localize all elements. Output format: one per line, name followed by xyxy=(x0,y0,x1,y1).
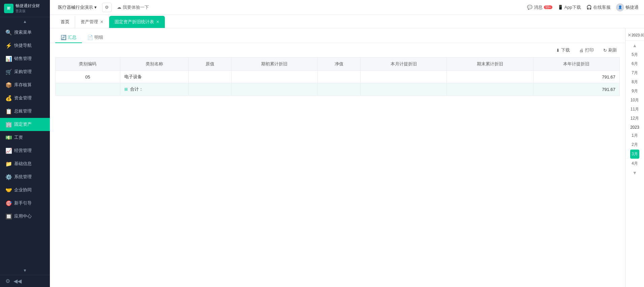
notifications-btn[interactable]: 💬 消息 99+ xyxy=(527,4,552,10)
tab-asset-mgmt[interactable]: 资产管理 ✕ xyxy=(75,16,109,28)
table-wrapper: 类别编码 类别名称 原值 期初累计折旧 净值 本月计提折旧 期末累计折旧 本年计… xyxy=(50,57,625,287)
download-btn[interactable]: ⬇ 下载 xyxy=(553,46,573,55)
month-item-10月[interactable]: 10月 xyxy=(629,96,640,105)
customer-service-btn[interactable]: 🎧 在线客服 xyxy=(586,4,611,10)
subtotal-annual-depreciation: 791.67 xyxy=(533,83,619,96)
sidebar-item-inventory[interactable]: 📦 库存核算 xyxy=(0,78,50,92)
tab-asset-close[interactable]: ✕ xyxy=(100,20,103,24)
sidebar: 财 畅捷通好业财 普及版 ▲ 🔍 搜索菜单 ⚡ 快捷导航 📊 销售管理 🛒 采购… xyxy=(0,0,50,287)
month-item-2023-2月[interactable]: 2月 xyxy=(629,140,641,149)
app-icon: 📱 xyxy=(558,5,563,10)
sidebar-item-ledger[interactable]: 📋 总账管理 xyxy=(0,105,50,118)
sidebar-settings-icon[interactable]: ⚙ xyxy=(5,278,10,284)
app-download-btn[interactable]: 📱 App下载 xyxy=(558,4,581,10)
col-net-value: 净值 xyxy=(318,58,361,71)
panel-scroll-down[interactable]: ▼ xyxy=(632,169,638,176)
month-item-9月[interactable]: 9月 xyxy=(629,87,640,96)
depreciation-table: 类别编码 类别名称 原值 期初累计折旧 净值 本月计提折旧 期末累计折旧 本年计… xyxy=(55,57,620,96)
sub-tab-detail[interactable]: 📄 明细 xyxy=(82,32,109,43)
sidebar-item-label-fund: 资金管理 xyxy=(14,95,32,101)
month-item-5月[interactable]: 5月 xyxy=(629,50,640,59)
sidebar-item-label-app-center: 应用中心 xyxy=(14,213,32,219)
sidebar-item-label-sales: 销售管理 xyxy=(14,56,32,62)
tab-fixed-depreciation[interactable]: 固定资产折旧统计表 ✕ xyxy=(109,16,165,28)
table-row: 05 电子设备 791.67 xyxy=(56,71,620,83)
months-before: 5月6月7月8月9月10月11月12月 xyxy=(629,50,640,123)
sidebar-item-purchase[interactable]: 🛒 采购管理 xyxy=(0,65,50,78)
month-item-7月[interactable]: 7月 xyxy=(629,68,640,77)
sidebar-item-app-center[interactable]: 🔲 应用中心 xyxy=(0,210,50,223)
sidebar-item-label-quick-nav: 快捷导航 xyxy=(14,42,32,49)
avatar: 👤 xyxy=(616,3,624,11)
panel-scroll-up[interactable]: ▲ xyxy=(632,42,638,49)
row-period-end-accumulated xyxy=(447,71,533,83)
month-item-2023-1月[interactable]: 1月 xyxy=(629,131,641,140)
download-icon: ⬇ xyxy=(556,48,560,53)
system-icon: ⚙️ xyxy=(5,174,11,180)
sidebar-item-label-payroll: 工资 xyxy=(14,134,23,140)
month-item-6月[interactable]: 6月 xyxy=(629,59,640,68)
row-period-accumulated xyxy=(231,71,317,83)
month-item-11月[interactable]: 11月 xyxy=(629,105,640,114)
subtotal-monthly-depreciation xyxy=(360,83,447,96)
col-category-code: 类别编码 xyxy=(56,58,120,71)
company-selector[interactable]: 医疗器械行业演示 ▾ xyxy=(55,3,99,12)
content-area: 🔄 汇总 📄 明细 ⬇ 下载 🖨 打印 ↻ xyxy=(50,28,644,287)
refresh-btn[interactable]: ↻ 刷新 xyxy=(601,46,620,55)
subtotal-net-value xyxy=(318,83,361,96)
month-item-2023-3月[interactable]: 3月 xyxy=(630,150,639,159)
sidebar-item-fixed-assets[interactable]: 🏢 固定资产 xyxy=(0,118,50,131)
topbar-settings-btn[interactable]: ⚙ xyxy=(102,3,112,12)
experience-btn[interactable]: ☁ 我要体验一下 xyxy=(114,3,152,12)
purchase-icon: 🛒 xyxy=(5,69,11,75)
tab-home[interactable]: 首页 xyxy=(55,16,75,28)
user-btn[interactable]: 👤 畅捷通 xyxy=(616,3,639,11)
sidebar-item-label-fixed-assets: 固定资产 xyxy=(14,121,32,127)
sidebar-item-search[interactable]: 🔍 搜索菜单 xyxy=(0,26,50,39)
experience-label: 我要体验一下 xyxy=(123,4,149,10)
subtotal-original-value xyxy=(188,83,231,96)
sidebar-item-enterprise[interactable]: 🤝 企业协同 xyxy=(0,184,50,197)
quick-nav-icon: ⚡ xyxy=(5,42,11,49)
table-header-row: 类别编码 类别名称 原值 期初累计折旧 净值 本月计提折旧 期末累计折旧 本年计… xyxy=(56,58,620,71)
month-item-2023-4月[interactable]: 4月 xyxy=(629,159,641,168)
row-net-value xyxy=(318,71,361,83)
subtotal-label: ⊞ 合计： xyxy=(120,83,188,96)
subtotal-period-accumulated xyxy=(231,83,317,96)
sidebar-item-payroll[interactable]: 💵 工资 xyxy=(0,131,50,144)
panel-close-btn[interactable]: ✕ xyxy=(627,32,632,38)
scroll-down[interactable]: ▼ xyxy=(0,266,50,275)
sidebar-item-label-search: 搜索菜单 xyxy=(14,29,32,35)
sidebar-item-management[interactable]: 📈 经营管理 xyxy=(0,144,50,157)
month-item-12月[interactable]: 12月 xyxy=(629,114,640,123)
dropdown-icon: ▾ xyxy=(94,5,97,10)
scroll-down-btn[interactable]: ▼ xyxy=(20,267,30,274)
sidebar-item-label-ledger: 总账管理 xyxy=(14,108,32,114)
sidebar-collapse-icon[interactable]: ◀◀ xyxy=(13,278,22,284)
topbar-left: 医疗器械行业演示 ▾ ⚙ ☁ 我要体验一下 xyxy=(55,3,152,12)
topbar: 医疗器械行业演示 ▾ ⚙ ☁ 我要体验一下 💬 消息 99+ 📱 App下载 🎧… xyxy=(50,0,644,15)
scroll-up[interactable]: ▲ xyxy=(0,17,50,26)
col-category-name: 类别名称 xyxy=(120,58,188,71)
sidebar-item-label-purchase: 采购管理 xyxy=(14,69,32,75)
sidebar-item-sales[interactable]: 📊 销售管理 xyxy=(0,52,50,65)
sidebar-item-label-inventory: 库存核算 xyxy=(14,82,32,88)
sidebar-item-system[interactable]: ⚙️ 系统管理 xyxy=(0,170,50,184)
right-panel: ✕ 2023.03 ⤢ ▲ 5月6月7月8月9月10月11月12月 2023 1… xyxy=(625,28,644,287)
tab-depreciation-close[interactable]: ✕ xyxy=(156,20,159,24)
subtotal-row: ⊞ 合计： 791.67 xyxy=(56,83,620,96)
scroll-up-btn[interactable]: ▲ xyxy=(20,19,30,25)
print-icon: 🖨 xyxy=(579,48,584,53)
sidebar-item-basic-info[interactable]: 📁 基础信息 xyxy=(0,157,50,170)
tab-home-label: 首页 xyxy=(61,19,69,25)
sidebar-item-guide[interactable]: 🎯 新手引导 xyxy=(0,197,50,210)
print-btn[interactable]: 🖨 打印 xyxy=(577,46,596,55)
sidebar-item-fund[interactable]: 💰 资金管理 xyxy=(0,92,50,105)
refresh-label: 刷新 xyxy=(608,47,617,53)
month-item-8月[interactable]: 8月 xyxy=(629,77,640,87)
company-name: 医疗器械行业演示 xyxy=(58,4,93,10)
sidebar-item-quick-nav[interactable]: ⚡ 快捷导航 xyxy=(0,39,50,52)
payroll-icon: 💵 xyxy=(5,134,11,141)
logo-icon: 财 xyxy=(4,4,13,13)
sub-tab-summary[interactable]: 🔄 汇总 xyxy=(55,32,82,43)
